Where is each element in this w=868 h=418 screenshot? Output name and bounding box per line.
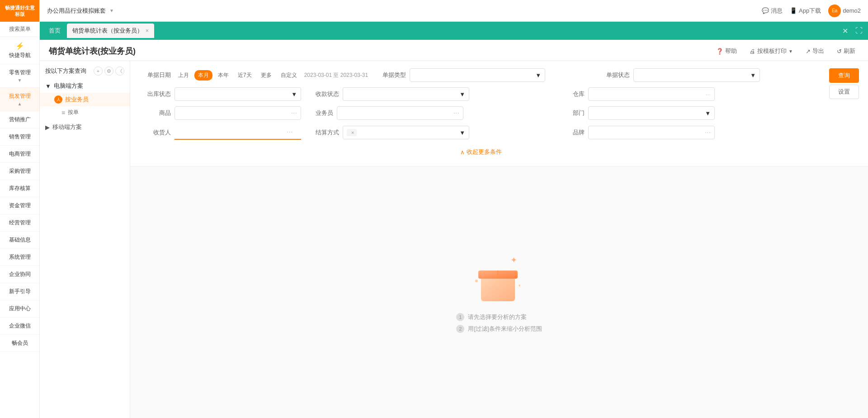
empty-state: ✦ <box>130 166 868 418</box>
tab-home[interactable]: 首页 <box>43 24 66 38</box>
status-select[interactable]: ▼ <box>633 68 760 82</box>
avatar-initials: Ea <box>832 8 837 13</box>
sidebar-item-newbie[interactable]: 新手引导 <box>0 283 39 300</box>
left-panel: 按以下方案查询 + ⚙ 《 ▼ <box>40 61 130 418</box>
warehouse-select[interactable]: ··· <box>588 87 715 101</box>
template-print-button[interactable]: 🖨 按模板打印 ▼ <box>746 45 797 57</box>
main-area: 办公用品行业模拟账套 ▼ 💬 消息 📱 App下载 Ea demo2 首页 <box>40 0 868 418</box>
sidebar-item-inventory[interactable]: 库存核算 <box>0 180 39 197</box>
date-tab-7days[interactable]: 近7天 <box>234 70 255 81</box>
system-label: 系统管理 <box>9 253 31 261</box>
sidebar-item-finance[interactable]: 资金管理 <box>0 197 39 214</box>
sidebar-item-system[interactable]: 系统管理 <box>0 249 39 266</box>
app-download-button[interactable]: 📱 App下载 <box>790 7 821 15</box>
empty-illustration: ✦ <box>472 252 526 306</box>
payment-status-select[interactable]: ▼ <box>343 87 469 101</box>
sidebar-item-ecommerce[interactable]: 电商管理 <box>0 146 39 163</box>
mobile-group-header[interactable]: ▶ 移动端方案 <box>40 120 130 134</box>
tab-close-icon[interactable]: × <box>146 28 149 34</box>
page-title: 销货单统计表(按业务员) <box>49 46 136 57</box>
help-button[interactable]: ❓ 帮助 <box>712 45 741 57</box>
content-area: 销货单统计表(按业务员) ❓ 帮助 🖨 按模板打印 ▼ ↗ 导出 <box>40 40 868 418</box>
salesman-select[interactable]: ··· <box>337 106 463 120</box>
sidebar-item-wholesale[interactable]: 批发管理 ▲ <box>0 88 39 111</box>
topbar-left: 办公用品行业模拟账套 ▼ <box>47 7 114 15</box>
collapse-icon: 《 <box>118 68 123 75</box>
marketing-label: 营销推广 <box>9 116 31 124</box>
breadcrumb-arrow-icon[interactable]: ▼ <box>109 8 114 13</box>
hint1-text: 请先选择要分析的方案 <box>468 313 527 321</box>
settings-button[interactable]: 设置 <box>829 85 859 99</box>
tab-close-all-icon[interactable]: ✕ <box>840 25 850 37</box>
empty-hint-1: 1 请先选择要分析的方案 <box>456 313 542 321</box>
empty-hint-2: 2 用[过滤]条件来缩小分析范围 <box>456 325 542 333</box>
user-menu[interactable]: Ea demo2 <box>828 5 861 17</box>
sidebar-item-basic[interactable]: 基础信息 <box>0 232 39 249</box>
sidebar-item-operations[interactable]: 经营管理 <box>0 214 39 232</box>
add-scheme-button[interactable]: + <box>94 66 103 76</box>
tabbar: 首页 销货单统计表（按业务员） × ✕ ⛶ <box>40 22 868 40</box>
sidebar-item-sales[interactable]: 销售管理 <box>0 128 39 146</box>
right-content: 单据日期 上月 本月 本年 近7天 更多 自定义 2023-03-01 至 20… <box>130 61 868 418</box>
payment-method-select[interactable]: × ▼ <box>343 126 469 139</box>
desktop-group-header[interactable]: ▼ 电脑端方案 <box>40 79 130 93</box>
settings-scheme-button[interactable]: ⚙ <box>104 66 113 76</box>
date-label: 单据日期 <box>139 71 171 79</box>
vip-label: 畅会员 <box>12 339 28 347</box>
export-button[interactable]: ↗ 导出 <box>802 45 828 57</box>
goods-select[interactable]: ··· <box>175 106 301 120</box>
tabbar-right-actions: ✕ ⛶ <box>840 25 864 37</box>
topbar: 办公用品行业模拟账套 ▼ 💬 消息 📱 App下载 Ea demo2 <box>40 0 868 22</box>
warehouse-ellipsis: ··· <box>706 91 711 98</box>
desktop-group-label: 电脑端方案 <box>54 82 83 90</box>
filter-row-2: 出库状态 ▼ 收款状态 ▼ <box>139 87 823 101</box>
collapse-panel-button[interactable]: 《 <box>115 66 124 76</box>
help-label: 帮助 <box>725 47 737 55</box>
query-button[interactable]: 查询 <box>829 68 859 83</box>
department-cell: 部门 ▼ <box>573 106 823 120</box>
out-status-arrow: ▼ <box>291 91 297 98</box>
date-tab-this-month[interactable]: 本月 <box>194 70 212 81</box>
sidebar-item-vip[interactable]: 畅会员 <box>0 335 39 352</box>
tree-sub-item-order[interactable]: ≡ 按单 <box>40 106 130 119</box>
warehouse-label: 仓库 <box>573 90 585 98</box>
hint1-num: 1 <box>456 313 464 321</box>
mobile-group-label: 移动端方案 <box>52 123 82 131</box>
date-tab-this-year[interactable]: 本年 <box>214 70 232 81</box>
left-panel-actions: + ⚙ 《 <box>94 66 124 76</box>
tab-maximize-icon[interactable]: ⛶ <box>854 25 864 37</box>
sidebar-item-purchase[interactable]: 采购管理 <box>0 163 39 180</box>
refresh-button[interactable]: ↺ 刷新 <box>833 45 859 57</box>
sidebar-search[interactable]: 搜索菜单 <box>0 22 39 37</box>
purchase-label: 采购管理 <box>9 167 31 175</box>
date-tab-more[interactable]: 更多 <box>257 70 275 81</box>
department-select[interactable]: ▼ <box>588 106 715 120</box>
brand-select[interactable]: ··· <box>588 126 715 139</box>
collapse-conditions-button[interactable]: ∧ 收起更多条件 <box>139 145 823 159</box>
date-tab-last-month[interactable]: 上月 <box>175 70 193 81</box>
out-status-select[interactable]: ▼ <box>175 87 301 101</box>
date-tabs-group: 上月 本月 本年 近7天 更多 自定义 2023-03-01 至 2023-03… <box>175 70 368 81</box>
tree-item-salesman[interactable]: 人 按业务员 <box>40 93 130 106</box>
sidebar-item-quicknav[interactable]: ⚡ 快捷导航 <box>0 37 39 64</box>
date-tab-custom[interactable]: 自定义 <box>277 70 301 81</box>
brand-label: 品牌 <box>573 128 585 137</box>
tab-active[interactable]: 销货单统计表（按业务员） × <box>67 24 154 38</box>
sidebar-item-marketing[interactable]: 营销推广 <box>0 111 39 128</box>
sidebar-item-appcenter[interactable]: 应用中心 <box>0 300 39 318</box>
type-select[interactable]: ▼ <box>410 68 545 82</box>
salesman-cell: 业务员 ··· <box>316 106 566 120</box>
consignee-input-wrapper: ··· <box>175 125 301 140</box>
consignee-input[interactable] <box>176 125 285 139</box>
payment-method-cell: 结算方式 × ▼ <box>316 126 566 139</box>
message-button[interactable]: 💬 消息 <box>762 7 783 15</box>
payment-method-clear-btn[interactable]: × <box>351 130 354 135</box>
sidebar-item-retail[interactable]: 零售管理 ▼ <box>0 64 39 88</box>
sidebar-item-cooperation[interactable]: 企业协同 <box>0 266 39 283</box>
department-arrow: ▼ <box>705 110 711 117</box>
quicknav-icon: ⚡ <box>15 42 24 50</box>
settings-icon: ⚙ <box>107 68 111 74</box>
sidebar-item-wechat[interactable]: 企业微信 <box>0 318 39 335</box>
left-panel-header: 按以下方案查询 + ⚙ 《 <box>40 66 130 79</box>
add-icon: + <box>97 68 99 74</box>
